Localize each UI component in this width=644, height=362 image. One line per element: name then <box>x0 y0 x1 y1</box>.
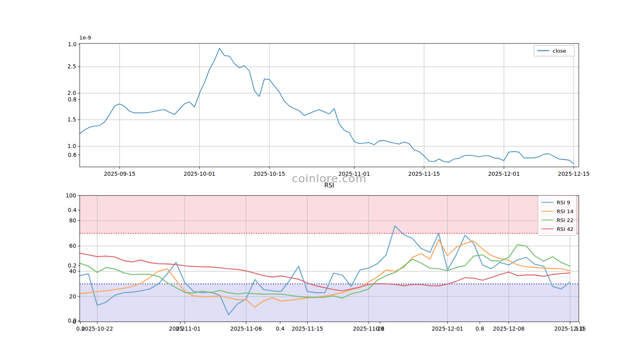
rsi-x-tick-label: 2025-11-15 <box>291 325 323 332</box>
y-axis-offset-label: 1e-9 <box>79 35 91 41</box>
legend-item-rsi-42: RSI 42 <box>541 224 573 233</box>
close-price-x-tick-label: 2025-12-15 <box>558 171 589 177</box>
close-price-y-tick-label: 2.0 <box>68 90 76 96</box>
close-price-x-tick-label: 2025-11-15 <box>408 171 440 177</box>
overlay-x-tick-label: 0.0 <box>76 325 85 332</box>
overlay-y-tick-label: 0.8 <box>68 96 76 103</box>
rsi-band <box>80 195 579 233</box>
rsi-chart-title: RSI <box>309 182 349 189</box>
legend-label: RSI 42 <box>557 226 574 232</box>
legend-close-label: close <box>553 48 566 54</box>
rsi-y-tick-label: 80 <box>69 217 76 224</box>
overlay-y-tick-label: 0.4 <box>68 207 76 213</box>
overlay-x-tick-label: 1.0 <box>575 325 584 332</box>
rsi-y-tick-label: 60 <box>69 243 76 249</box>
rsi-band <box>80 284 579 322</box>
rsi-x-tick-label: 2025-12-01 <box>431 325 463 332</box>
legend-label: RSI 22 <box>557 217 574 223</box>
close-line-swatch <box>537 50 549 51</box>
legend-item-rsi-14: RSI 14 <box>541 207 573 216</box>
overlay-x-tick-label: 0.4 <box>276 325 284 332</box>
overlay-x-tick-label: 0.6 <box>376 325 384 332</box>
rsi-x-tick-label: 2025-11-08 <box>230 325 262 332</box>
overlay-x-tick-label: 0.2 <box>176 325 184 332</box>
legend-close: close <box>534 45 575 56</box>
close-price-y-tick-label: 1.5 <box>68 116 76 123</box>
overlay-y-tick-label: 0.0 <box>68 317 76 324</box>
legend-rsi: RSI 9RSI 14RSI 22RSI 42 <box>538 195 577 236</box>
rsi-42-swatch <box>541 228 553 229</box>
legend-label: RSI 9 <box>557 200 570 206</box>
overlay-y-tick-label: 1.0 <box>68 41 76 47</box>
close-price-y-tick-label: 2.5 <box>68 63 76 70</box>
legend-item-rsi-22: RSI 22 <box>541 216 573 224</box>
close-price-x-tick-label: 2025-12-01 <box>488 171 520 177</box>
close-price-x-tick-label: 2025-10-01 <box>184 171 215 177</box>
rsi-22-swatch <box>541 220 553 220</box>
figure: 2025-09-152025-10-012025-10-152025-11-01… <box>0 0 644 362</box>
close-price-y-tick-label: 1.0 <box>68 143 76 149</box>
overlay-y-tick-label: 0.2 <box>68 262 76 269</box>
rsi-x-tick-label: 2025-11-01 <box>169 325 200 332</box>
close-price-x-tick-label: 2025-09-15 <box>104 171 135 177</box>
overlay-x-tick-label: 0.8 <box>475 325 484 332</box>
rsi-y-tick-label: 100 <box>66 192 76 199</box>
legend-label: RSI 14 <box>557 208 574 214</box>
rsi-y-tick-label: 40 <box>69 268 76 274</box>
rsi-14-swatch <box>541 211 553 212</box>
rsi-y-tick-label: 20 <box>69 293 76 300</box>
rsi-x-tick-label: 2025-10-22 <box>81 325 113 332</box>
legend-item-rsi-9: RSI 9 <box>541 198 573 207</box>
rsi-9-swatch <box>541 202 553 203</box>
rsi-x-tick-label: 2025-12-08 <box>493 325 524 332</box>
overlay-y-tick-label: 0.6 <box>68 152 76 158</box>
